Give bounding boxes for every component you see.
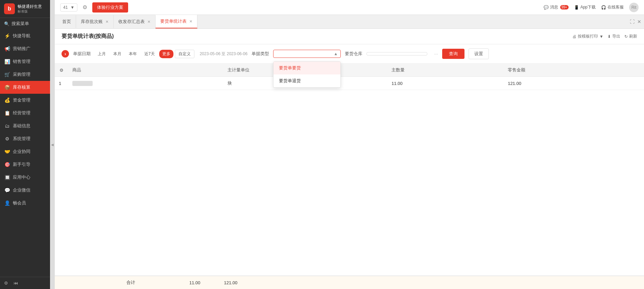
online-service-label: 在线客服 (607, 4, 624, 10)
sidebar-logo: b 畅捷通好生意 标准版 (0, 0, 50, 18)
close-all-icon[interactable]: ✕ (637, 19, 641, 24)
sidebar-item-shortcut[interactable]: ⚡ 快捷导航 (0, 29, 50, 42)
brand-sub: 标准版 (18, 9, 42, 14)
tab-home[interactable]: 首页 (57, 15, 76, 28)
messages-label: 消息 (550, 4, 558, 10)
nav-icon-app_center: 🔲 (4, 175, 10, 180)
dropdown-item-order[interactable]: 要货单要货 (273, 62, 340, 74)
tab-home-label: 首页 (62, 19, 71, 25)
date-label: 单据日期 (73, 51, 91, 57)
nav-icon-purchase: 🛒 (4, 72, 10, 77)
print-label: 按模板打印 (578, 34, 598, 39)
page-actions: 🖨 按模板打印 ▼ ⬇ 导出 ↻ 刷新 (572, 34, 637, 39)
print-btn[interactable]: 🖨 按模板打印 ▼ (572, 34, 603, 39)
page-title: 要货单统计表(按商品) (62, 33, 114, 40)
nav-icon-sales: 📊 (4, 59, 10, 64)
sidebar-item-enterprise[interactable]: 🤝 企业协同 (0, 145, 50, 158)
date-btn-this-month[interactable]: 本月 (110, 50, 124, 58)
chevron-down-icon: ▼ (70, 5, 74, 10)
tab-order-stats[interactable]: 要货单统计表 ✕ (156, 15, 197, 28)
export-btn[interactable]: ⬇ 导出 (607, 34, 620, 39)
refresh-btn[interactable]: ↻ 刷新 (624, 34, 637, 39)
user-avatar[interactable]: Rit (629, 3, 639, 12)
sidebar-item-wechat[interactable]: 💬 企业微信 (0, 184, 50, 197)
settings-icon[interactable]: ⚙ (4, 281, 8, 286)
table-footer: 合计 11.00 121.00 (55, 275, 644, 289)
sidebar-toggle[interactable]: ◀ (50, 0, 55, 289)
tab-order-stats-close[interactable]: ✕ (189, 19, 192, 24)
sidebar-item-purchase[interactable]: 🛒 采购管理 (0, 68, 50, 81)
tab-inventory-batch-close[interactable]: ✕ (105, 20, 109, 24)
online-service-btn[interactable]: 🎧 在线客服 (601, 4, 624, 10)
collapse-icon[interactable]: ⏮ (14, 281, 18, 286)
nav-label-basic: 基础信息 (13, 123, 30, 129)
date-btn-this-year[interactable]: 本年 (126, 50, 140, 58)
nav-label-newbie: 新手引导 (13, 161, 30, 168)
warehouse-select[interactable] (366, 52, 427, 55)
tab-receive-summary-close[interactable]: ✕ (147, 20, 150, 24)
gear-button[interactable]: ⚙ (80, 3, 90, 12)
app-download-btn[interactable]: 📱 App下载 (574, 4, 596, 10)
data-table-wrapper: ⚙ 商品 主计量单位 主数量 零售金额 1 块 (55, 64, 644, 275)
nav-label-enterprise: 企业协同 (13, 149, 30, 155)
phone-icon: 📱 (574, 5, 579, 10)
sidebar-item-finance[interactable]: 💰 资金管理 (0, 94, 50, 107)
nav-label-operation: 经营管理 (13, 110, 30, 116)
nav-icon-shortcut: ⚡ (4, 33, 10, 39)
industry-button[interactable]: 体验行业方案 (92, 2, 128, 13)
date-btn-last-month[interactable]: 上月 (95, 50, 109, 58)
date-btn-custom[interactable]: 自定义 (175, 50, 194, 58)
settings-button[interactable]: 设置 (469, 48, 489, 59)
nav-label-members: 畅会员 (13, 200, 26, 206)
nav-label-inventory: 库存核算 (13, 84, 30, 90)
topbar-left: 41 ▼ ⚙ 体验行业方案 (60, 2, 540, 13)
export-label: 导出 (612, 34, 620, 39)
sidebar-bottom: ⚙ ⏮ (0, 277, 50, 289)
sidebar-search[interactable]: 🔍 搜索菜单 (0, 18, 50, 29)
type-dropdown: 要货单要货 要货单退货 (273, 61, 341, 88)
nav-label-marketing: 营销推广 (13, 46, 30, 52)
table-row: 1 块 11.00 121.00 (55, 77, 644, 90)
sidebar-nav: ⚡ 快捷导航 📢 营销推广 📊 销售管理 🛒 采购管理 📦 库存核算 💰 资金管… (0, 29, 50, 277)
type-select[interactable]: ▲ (273, 50, 341, 58)
date-btn-last-7days[interactable]: 近7天 (141, 50, 158, 58)
col-amount-header: 零售金额 (504, 64, 644, 77)
col-settings[interactable]: ⚙ (55, 64, 68, 77)
sidebar-item-system[interactable]: ⚙ 系统管理 (0, 132, 50, 145)
tabbar: 首页 库存批次账 ✕ 收发存汇总表 ✕ 要货单统计表 ✕ ⛶ ✕ (55, 15, 644, 29)
sidebar-item-basic[interactable]: 🗂 基础信息 (0, 119, 50, 132)
maximize-icon[interactable]: ⛶ (630, 19, 635, 24)
sidebar-item-inventory[interactable]: 📦 库存核算 (0, 81, 50, 94)
col-qty-header: 主数量 (387, 64, 504, 77)
sidebar-item-sales[interactable]: 📊 销售管理 (0, 55, 50, 68)
type-select-container: ▲ 要货单要货 要货单退货 (273, 50, 341, 58)
app-download-label: App下载 (580, 4, 596, 10)
sidebar-item-operation[interactable]: 📋 经营管理 (0, 107, 50, 119)
data-table: ⚙ 商品 主计量单位 主数量 零售金额 1 块 (55, 64, 644, 90)
tab-inventory-batch[interactable]: 库存批次账 ✕ (76, 15, 114, 28)
nav-icon-finance: 💰 (4, 97, 10, 103)
messages-badge: 99+ (560, 5, 569, 9)
date-quick-options: 上月 本月 本年 近7天 更多 自定义 (95, 50, 194, 58)
query-button[interactable]: 查询 (442, 49, 464, 59)
nav-label-sales: 销售管理 (13, 59, 30, 65)
tab-receive-summary[interactable]: 收发存汇总表 ✕ (114, 15, 156, 28)
cell-product (68, 77, 223, 90)
store-name: 41 (63, 5, 68, 10)
sidebar-item-members[interactable]: 👤 畅会员 (0, 197, 50, 209)
nav-icon-basic: 🗂 (4, 123, 10, 129)
sidebar-item-newbie[interactable]: 🎯 新手引导 (0, 158, 50, 171)
nav-icon-marketing: 📢 (4, 46, 10, 51)
messages-btn[interactable]: 💬 消息 99+ (544, 4, 569, 10)
sidebar-item-app_center[interactable]: 🔲 应用中心 (0, 171, 50, 184)
headset-icon: 🎧 (601, 5, 606, 10)
nav-label-app_center: 应用中心 (13, 174, 30, 180)
sidebar-item-marketing[interactable]: 📢 营销推广 (0, 42, 50, 55)
store-selector[interactable]: 41 ▼ (60, 3, 77, 12)
date-btn-more[interactable]: 更多 (159, 50, 173, 58)
filter-expand-btn[interactable]: › (62, 50, 69, 58)
dropdown-item-return[interactable]: 要货单退货 (273, 74, 340, 87)
tab-inventory-batch-label: 库存批次账 (81, 19, 103, 25)
more-options-icon[interactable]: ··· (434, 51, 438, 57)
nav-icon-newbie: 🎯 (4, 162, 10, 167)
